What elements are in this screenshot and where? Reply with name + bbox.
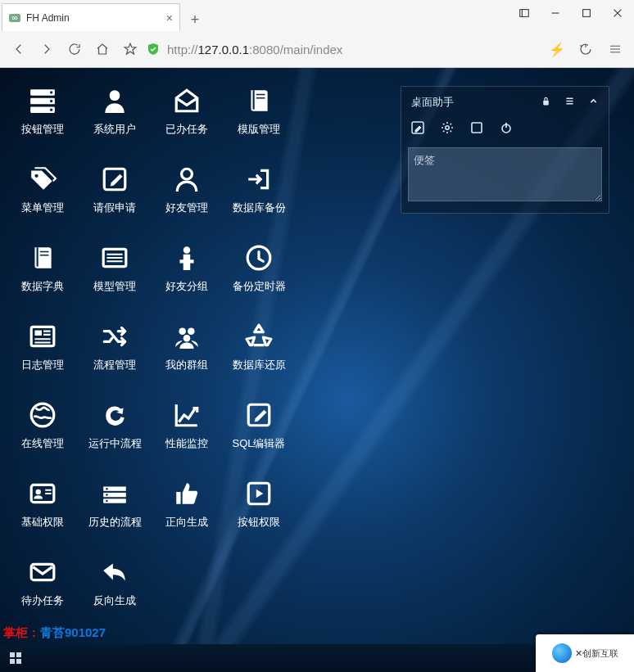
male-icon xyxy=(172,243,202,273)
svg-rect-36 xyxy=(10,652,15,657)
server-icon xyxy=(28,86,57,115)
desktop-icon-18[interactable]: 性能监控 xyxy=(151,392,223,471)
desktop-icon-label: 备份定时器 xyxy=(233,279,286,294)
desktop-icon-label: 数据库还原 xyxy=(233,358,286,372)
desktop-icon-label: 系统用户 xyxy=(93,122,136,137)
mail-open-icon xyxy=(172,86,202,115)
favorite-button[interactable] xyxy=(118,37,143,61)
desktop-icon-17[interactable]: 运行中流程 xyxy=(79,392,151,471)
play-icon xyxy=(244,479,274,508)
desktop-icon-label: SQL编辑器 xyxy=(232,436,285,451)
url-path: :8080/main/index xyxy=(249,43,342,56)
window-controls xyxy=(509,2,632,25)
desktop-icon-25[interactable]: 反向生成 xyxy=(79,549,151,628)
svg-rect-37 xyxy=(16,652,21,657)
window-close-icon[interactable] xyxy=(603,2,632,25)
forward-button[interactable] xyxy=(34,37,59,61)
desktop-icon-2[interactable]: 已办任务 xyxy=(151,78,223,156)
user-icon xyxy=(100,86,129,115)
edit-icon xyxy=(244,400,274,430)
desktop-icon-21[interactable]: 历史的流程 xyxy=(79,471,151,549)
desktop-icon-label: 好友分组 xyxy=(165,279,208,294)
desktop-icon-16[interactable]: 在线管理 xyxy=(7,392,79,471)
desktop-icon-grid: 按钮管理系统用户已办任务模版管理菜单管理请假申请好友管理数据库备份数据字典模型管… xyxy=(7,78,295,628)
desktop-icon-5[interactable]: 请假申请 xyxy=(79,156,151,235)
tab-bar: FH Admin × + xyxy=(0,0,634,31)
tab-close-icon[interactable]: × xyxy=(166,11,173,25)
new-tab-button[interactable]: + xyxy=(183,8,206,31)
desktop-icon-8[interactable]: 数据字典 xyxy=(7,235,79,313)
more-menu-icon[interactable] xyxy=(603,37,627,61)
desktop-icon-7[interactable]: 数据库备份 xyxy=(223,156,295,235)
tab-title: FH Admin xyxy=(26,12,70,24)
start-button[interactable] xyxy=(0,644,31,672)
svg-rect-31 xyxy=(543,101,549,106)
reply-icon xyxy=(100,557,129,587)
brand-popup[interactable]: ✕创新互联 xyxy=(536,634,634,672)
desktop-icon-11[interactable]: 备份定时器 xyxy=(223,235,295,313)
desktop-icon-20[interactable]: 基础权限 xyxy=(7,471,79,549)
refresh-button[interactable] xyxy=(62,37,87,61)
desktop-icon-0[interactable]: 按钮管理 xyxy=(7,78,79,156)
widget-gear-icon[interactable] xyxy=(441,121,454,138)
desktop-icon-label: 按钮管理 xyxy=(21,122,64,137)
book-icon xyxy=(244,86,274,115)
window-tab-aside-icon[interactable] xyxy=(509,2,539,25)
desktop-icon-label: 按钮权限 xyxy=(238,515,280,530)
clock-icon xyxy=(244,243,274,273)
desktop-icon-4[interactable]: 菜单管理 xyxy=(7,156,79,235)
login-icon xyxy=(244,165,274,194)
desktop-icon-label: 日志管理 xyxy=(21,358,64,372)
window-maximize-icon[interactable] xyxy=(572,2,601,25)
sticky-note-input[interactable] xyxy=(408,147,602,201)
widget-power-icon[interactable] xyxy=(500,121,513,138)
widget-lock-icon[interactable] xyxy=(541,96,551,109)
back-button[interactable] xyxy=(7,37,31,61)
desktop-icon-label: 正向生成 xyxy=(165,515,208,530)
users-icon xyxy=(172,322,202,351)
widget-edit-icon[interactable] xyxy=(411,121,424,138)
widget-collapse-icon[interactable] xyxy=(588,96,599,109)
desktop-icon-13[interactable]: 流程管理 xyxy=(79,313,151,392)
desktop-icon-label: 性能监控 xyxy=(165,436,208,451)
desktop-icon-14[interactable]: 我的群组 xyxy=(151,313,223,392)
svg-rect-34 xyxy=(472,123,482,133)
desktop-icon-23[interactable]: 按钮权限 xyxy=(223,471,295,549)
url-prefix: http:// xyxy=(167,43,198,56)
widget-toolbar xyxy=(401,118,609,147)
security-shield-icon[interactable] xyxy=(146,42,161,56)
desktop-icon-label: 请假申请 xyxy=(93,201,136,215)
desktop-icon-label: 已办任务 xyxy=(165,122,208,137)
widget-header: 桌面助手 xyxy=(401,87,609,118)
desktop-icon-22[interactable]: 正向生成 xyxy=(151,471,223,549)
desktop-icon-label: 模型管理 xyxy=(93,279,136,294)
desktop-icon-12[interactable]: 日志管理 xyxy=(7,313,79,392)
window-minimize-icon[interactable] xyxy=(541,2,570,25)
widget-title: 桌面助手 xyxy=(411,95,541,110)
lightning-icon[interactable]: ⚡ xyxy=(549,42,565,57)
browser-tab[interactable]: FH Admin × xyxy=(2,3,180,31)
desktop-icon-label: 运行中流程 xyxy=(88,436,142,451)
desktop-icon-label: 数据字典 xyxy=(21,279,64,294)
brand-avatar-icon xyxy=(552,643,572,663)
desktop-icon-15[interactable]: 数据库还原 xyxy=(223,313,295,392)
desktop-icon-6[interactable]: 好友管理 xyxy=(151,156,223,235)
desktop-helper-widget: 桌面助手 xyxy=(401,86,609,214)
tags-icon xyxy=(28,165,57,194)
desktop-icon-1[interactable]: 系统用户 xyxy=(79,78,151,156)
widget-menu-icon[interactable] xyxy=(564,96,575,109)
brand-label: ✕创新互联 xyxy=(575,648,618,658)
desktop-icon-24[interactable]: 待办任务 xyxy=(7,549,79,628)
desktop-icon-9[interactable]: 模型管理 xyxy=(79,235,151,313)
desktop-icon-10[interactable]: 好友分组 xyxy=(151,235,223,313)
url-display[interactable]: http://127.0.0.1:8080/main/index xyxy=(167,43,546,56)
reading-list-icon[interactable] xyxy=(573,37,598,61)
desktop-icon-3[interactable]: 模版管理 xyxy=(223,78,295,156)
news-icon xyxy=(28,322,57,351)
desktop-icon-19[interactable]: SQL编辑器 xyxy=(223,392,295,471)
recycle-icon xyxy=(244,322,274,351)
svg-point-33 xyxy=(446,126,449,129)
svg-rect-38 xyxy=(10,659,15,664)
widget-square-icon[interactable] xyxy=(470,121,483,138)
home-button[interactable] xyxy=(90,37,115,61)
